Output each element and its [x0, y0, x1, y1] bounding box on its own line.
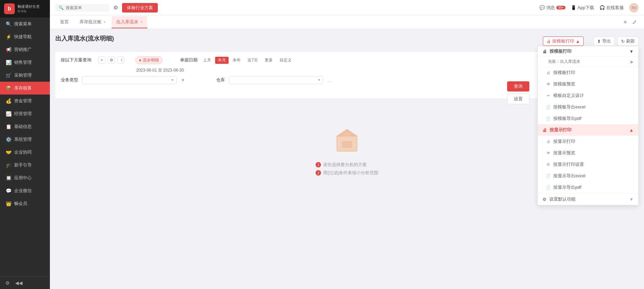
- sidebar-item-search[interactable]: 🔍 搜索菜单: [0, 18, 50, 30]
- settings-bottom-icon[interactable]: ⚙: [5, 280, 10, 286]
- dropdown-display-section[interactable]: 🖨 按显示打印 ▲: [538, 124, 638, 136]
- sidebar-item-coop[interactable]: 🤝 企业协同: [0, 146, 50, 159]
- template-pdf-label: 按模板导出pdf: [553, 115, 581, 122]
- dropdown-display-print[interactable]: 🖨 按显示打印: [538, 136, 638, 147]
- step1-num: 1: [316, 162, 321, 167]
- date-tab-this-month[interactable]: 本月: [215, 57, 229, 64]
- refresh-button[interactable]: ↻ 刷新: [617, 36, 639, 46]
- edit-filter-button[interactable]: ⚙: [108, 56, 115, 64]
- dropdown-collapse-icon[interactable]: ▼: [629, 49, 634, 54]
- tab-flow-close[interactable]: ×: [140, 20, 142, 24]
- purchase-icon: 🛒: [5, 72, 11, 78]
- basic-icon: 📋: [5, 124, 11, 130]
- printer-section-icon: 🖨: [543, 49, 547, 54]
- print-template-button[interactable]: 🖨 按模板打印 ▲: [543, 36, 584, 46]
- app-download-label: App下载: [578, 5, 594, 11]
- sidebar-item-shortcut[interactable]: ⚡ 快捷导航: [0, 30, 50, 43]
- warehouse-label: 仓库: [216, 77, 225, 83]
- sidebar-item-operation[interactable]: 📈 经营管理: [0, 107, 50, 120]
- user-name-label: Rit: [632, 6, 636, 10]
- display-settings-icon: ⚙: [546, 162, 551, 167]
- main-content: 🔍 ⚙ 体验行业方案 💬 消息 99+ 📱 App下载 🎧 在线客服 Rit: [50, 0, 644, 289]
- dropdown-template-title: 按模板打印: [550, 48, 572, 54]
- sidebar-item-system[interactable]: ⚙️ 系统管理: [0, 133, 50, 146]
- dropdown-set-default[interactable]: ⚙ 设置默认功能 ▼: [538, 193, 638, 205]
- setting-button[interactable]: 设置: [507, 94, 529, 104]
- collapse-filter-button[interactable]: 《: [117, 56, 124, 64]
- template-preview-label: 按模板预览: [553, 81, 575, 87]
- biz-type-select-wrapper: [82, 76, 177, 84]
- sidebar-item-label: 应用中心: [14, 175, 32, 181]
- dropdown-template-excel[interactable]: 📄 按模板导出excel: [538, 101, 638, 113]
- tab-batch-close[interactable]: ×: [104, 20, 106, 24]
- export-button[interactable]: ⬆ 导出: [593, 36, 615, 46]
- tab-flow[interactable]: 出入库流水 ×: [112, 16, 147, 28]
- dropdown-display-preview[interactable]: 👁 按显示预览: [538, 147, 638, 159]
- sidebar-item-marketing[interactable]: 📢 营销推广: [0, 43, 50, 56]
- sidebar-item-label: 基础信息: [14, 124, 32, 130]
- dropdown-current-item[interactable]: 当前：出入库流水 ▶: [538, 57, 638, 67]
- message-btn[interactable]: 💬 消息 99+: [539, 5, 565, 11]
- active-filter-tag[interactable]: ● 流水明细: [135, 56, 163, 64]
- message-badge: 99+: [556, 6, 565, 9]
- sidebar-item-label: 营销推广: [14, 47, 32, 53]
- sidebar-item-app[interactable]: 🔲 应用中心: [0, 172, 50, 184]
- trial-button[interactable]: 体验行业方案: [122, 3, 158, 12]
- inventory-icon: 📦: [5, 85, 11, 91]
- date-tab-custom[interactable]: 自定义: [277, 57, 294, 64]
- sidebar-item-sales[interactable]: 📊 销售管理: [0, 56, 50, 69]
- warehouse-select[interactable]: [229, 76, 323, 84]
- header-settings-icon[interactable]: ⚙: [113, 4, 118, 11]
- display-preview-icon: 👁: [546, 151, 551, 155]
- biz-type-select[interactable]: [82, 76, 177, 84]
- member-icon: 👑: [5, 201, 11, 207]
- header-search-box[interactable]: 🔍: [55, 4, 109, 11]
- dropdown-display-settings[interactable]: ⚙ 按显示打印设置: [538, 159, 638, 170]
- empty-step-2: 2 用[过滤]条件来缩小分析范围: [316, 170, 378, 176]
- sidebar-item-basic[interactable]: 📋 基础信息: [0, 120, 50, 133]
- date-tab-7days[interactable]: 近7天: [245, 57, 261, 64]
- date-tab-more[interactable]: 更多: [262, 57, 275, 64]
- sidebar-item-label: 畅会员: [14, 201, 27, 207]
- sidebar-item-purchase[interactable]: 🛒 采购管理: [0, 69, 50, 82]
- date-tab-last-month[interactable]: 上月: [200, 57, 214, 64]
- dropdown-template-custom[interactable]: ✏ 模板自定义设计: [538, 90, 638, 101]
- sidebar-item-finance[interactable]: 💰 资金管理: [0, 95, 50, 107]
- sidebar-item-wechat[interactable]: 💬 企业微信: [0, 184, 50, 197]
- shortcut-icon: ⚡: [5, 34, 11, 40]
- sidebar-item-guide[interactable]: 🎓 新手引导: [0, 159, 50, 172]
- dropdown-template-print[interactable]: 🖨 按模板打印: [538, 67, 638, 78]
- warehouse-more-icon[interactable]: ...: [327, 78, 331, 83]
- app-logo-icon: b: [4, 3, 15, 14]
- dropdown-template-pdf[interactable]: 📄 按模板导出pdf: [538, 113, 638, 124]
- collapse-sidebar-icon[interactable]: ◀◀: [15, 280, 23, 286]
- sidebar-item-label: 系统管理: [14, 136, 32, 142]
- app-download-btn[interactable]: 📱 App下载: [571, 5, 594, 11]
- marketing-icon: 📢: [5, 47, 11, 53]
- close-all-tabs-button[interactable]: ×: [622, 18, 629, 26]
- dropdown-template-preview[interactable]: 👁 按模板预览: [538, 78, 638, 90]
- empty-icon: [330, 123, 364, 156]
- display-excel-icon: 📄: [546, 174, 551, 178]
- sidebar-item-label: 快捷导航: [14, 34, 32, 40]
- tab-flow-label: 出入库流水: [116, 19, 138, 25]
- query-button[interactable]: 查询: [507, 81, 529, 91]
- dropdown-display-title: 按显示打印: [550, 127, 572, 133]
- dropdown-display-pdf[interactable]: 📄 按显示导出pdf: [538, 182, 638, 193]
- tab-batch[interactable]: 库存批次账 ×: [75, 16, 110, 28]
- date-tab-this-year[interactable]: 本年: [230, 57, 243, 64]
- print-template-label: 按模板打印: [552, 38, 574, 44]
- tab-home[interactable]: 首页: [55, 16, 74, 28]
- header-search-input[interactable]: [66, 5, 99, 10]
- sidebar-item-member[interactable]: 👑 畅会员: [0, 197, 50, 210]
- sidebar-logo-info: 畅捷通好生意 标准版: [18, 4, 40, 14]
- sidebar-item-label: 资金管理: [14, 98, 32, 104]
- query-action-area: 查询 设置: [507, 81, 529, 104]
- maximize-button[interactable]: ⤢: [630, 18, 639, 26]
- online-service-label: 在线客服: [606, 5, 624, 11]
- add-filter-button[interactable]: +: [98, 56, 106, 64]
- dropdown-display-excel[interactable]: 📄 按显示导出excel: [538, 170, 638, 182]
- sidebar-item-inventory[interactable]: 📦 库存核算: [0, 82, 50, 95]
- user-avatar[interactable]: Rit: [629, 3, 639, 12]
- online-service-btn[interactable]: 🎧 在线客服: [599, 5, 624, 11]
